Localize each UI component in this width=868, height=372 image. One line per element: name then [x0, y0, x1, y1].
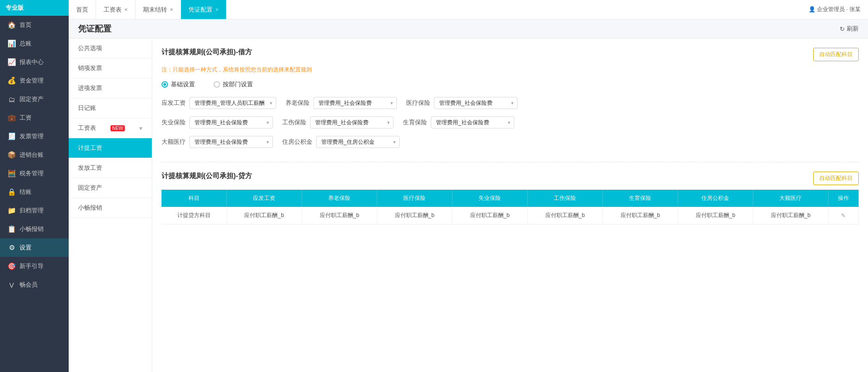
sidebar-item-settings[interactable]: ⚙ 设置: [0, 238, 69, 257]
user-info: 👤 企业管理员 · 张某: [809, 6, 861, 13]
select-yfgz-input[interactable]: 管理费用_管理人员职工薪酬: [189, 97, 276, 109]
topbar-right: 👤 企业管理员 · 张某: [809, 6, 868, 13]
left-nav-pay-salary[interactable]: 发放工资: [69, 158, 152, 178]
sidebar-item-archive[interactable]: 📁 归档管理: [0, 201, 69, 220]
credit-section: 计提核算规则(公司承担)-贷方 自动匹配科目 科目 应发工资 养老保险 医疗保险…: [162, 172, 859, 224]
select-ylbx2-input[interactable]: 管理费用_社会保险费: [434, 97, 518, 109]
sidebar-item-reports[interactable]: 📈 报表中心: [0, 53, 69, 71]
left-nav-calc-salary[interactable]: 计提工资: [69, 138, 152, 158]
select-sybx2[interactable]: 管理费用_社会保险费: [431, 116, 514, 128]
sidebar-item-ledger[interactable]: 📊 总账: [0, 34, 69, 53]
select-sybx[interactable]: 管理费用_社会保险费: [189, 116, 273, 128]
sidebar-item-guide[interactable]: 🎯 新手引导: [0, 257, 69, 276]
auto-match-borrow-button[interactable]: 自动匹配科目: [813, 48, 859, 61]
select-dayl-input[interactable]: 管理费用_社会保险费: [189, 136, 273, 148]
radio-dept[interactable]: 按部门设置: [214, 80, 253, 89]
select-gsbx-input[interactable]: 管理费用_社会保险费: [310, 116, 394, 128]
cell-zfgjj: 应付职工薪酬_b: [678, 207, 753, 224]
archive-icon: 📁: [7, 206, 16, 215]
col-ylbx: 养老保险: [302, 190, 377, 207]
select-ylbx-input[interactable]: 管理费用_社会保险费: [313, 97, 397, 109]
sidebar-item-salary[interactable]: 💼 工资: [0, 109, 69, 127]
left-nav-fixed-assets[interactable]: 固定资产: [69, 178, 152, 198]
app-title: 专业版: [0, 0, 69, 16]
left-nav-journal[interactable]: 日记账: [69, 98, 152, 118]
sidebar-item-close[interactable]: 🔒 结账: [0, 183, 69, 201]
select-ylbx[interactable]: 管理费用_社会保险费: [313, 97, 397, 109]
left-nav-purchase-invoice[interactable]: 进项发票: [69, 78, 152, 98]
field-ylbx: 养老保险 管理费用_社会保险费: [285, 97, 397, 109]
form-row-3: 大额医疗 管理费用_社会保险费 住房公积金 管理费用_住房公积金: [162, 136, 859, 148]
left-nav-public[interactable]: 公共选项: [69, 38, 152, 58]
borrow-title: 计提核算规则(公司承担)-借方: [162, 48, 252, 57]
edit-icon[interactable]: ✎: [841, 212, 846, 219]
select-yfgz[interactable]: 管理费用_管理人员职工薪酬: [189, 97, 276, 109]
label-yfgz: 应发工资: [162, 99, 186, 107]
sidebar-item-home[interactable]: 🏠 首页: [0, 16, 69, 34]
sidebar-item-stock[interactable]: 📦 进销台账: [0, 146, 69, 164]
select-gsbx[interactable]: 管理费用_社会保险费: [310, 116, 394, 128]
sidebar-item-member[interactable]: V 畅会员: [0, 276, 69, 294]
select-ylbx2[interactable]: 管理费用_社会保险费: [434, 97, 518, 109]
radio-basic-circle: [162, 81, 168, 88]
table-header-row: 科目 应发工资 养老保险 医疗保险 失业保险 工伤保险 生育保险 住房公积金 大…: [162, 190, 859, 207]
cell-ylbx: 应付职工薪酬_b: [302, 207, 377, 224]
sidebar-item-invoice[interactable]: 🧾 发票管理: [0, 127, 69, 146]
col-dayl: 大额医疗: [753, 190, 828, 207]
tab-period-close[interactable]: 期末结转 ×: [136, 0, 181, 19]
settings-icon: ⚙: [7, 244, 16, 252]
radio-basic[interactable]: 基础设置: [162, 80, 195, 89]
borrow-note: 注：只能选择一种方式，系统将按照您当前的选择来配置规则: [162, 66, 859, 74]
select-sybx2-input[interactable]: 管理费用_社会保险费: [431, 116, 514, 128]
tab-salary-table[interactable]: 工资表 ×: [96, 0, 136, 19]
select-zfgjj[interactable]: 管理费用_住房公积金: [316, 136, 400, 148]
col-sybx2: 生育保险: [602, 190, 678, 207]
cell-yfgz: 应付职工薪酬_b: [227, 207, 302, 224]
select-sybx-input[interactable]: 管理费用_社会保险费: [189, 116, 273, 128]
sidebar: 专业版 🏠 首页 📊 总账 📈 报表中心 💰 资金管理 🗂 固定资产 💼 工资 …: [0, 0, 69, 372]
left-nav-small-expense[interactable]: 小畅报销: [69, 198, 152, 218]
assets-icon: 🗂: [7, 96, 16, 103]
content-area: 公共选项 销项发票 进项发票 日记账 工资表 NEW ▾ 计提工资 发放工资: [69, 38, 868, 372]
borrow-header-row: 计提核算规则(公司承担)-借方 自动匹配科目: [162, 48, 859, 61]
sidebar-item-assets[interactable]: 🗂 固定资产: [0, 90, 69, 109]
table-row: 计提贷方科目 应付职工薪酬_b 应付职工薪酬_b 应付职工薪酬_b 应付职工薪酬…: [162, 207, 859, 224]
left-nav-salary-table[interactable]: 工资表 NEW ▾: [69, 118, 152, 138]
salary-icon: 💼: [7, 114, 16, 122]
tab-voucher-config[interactable]: 凭证配置 ×: [181, 0, 227, 19]
field-sybx2: 生育保险 管理费用_社会保险费: [403, 116, 514, 128]
form-row-1: 应发工资 管理费用_管理人员职工薪酬 养老保险 管理费用_社会保险费: [162, 97, 859, 109]
left-nav-sales-invoice[interactable]: 销项发票: [69, 58, 152, 78]
tab-close-salary[interactable]: ×: [124, 6, 128, 13]
tab-close-period[interactable]: ×: [170, 6, 173, 13]
auto-match-credit-button[interactable]: 自动匹配科目: [813, 172, 859, 185]
select-zfgjj-input[interactable]: 管理费用_住房公积金: [316, 136, 400, 148]
borrow-section: 计提核算规则(公司承担)-借方 自动匹配科目 注：只能选择一种方式，系统将按照您…: [162, 48, 859, 148]
sidebar-item-expense[interactable]: 📋 小畅报销: [0, 220, 69, 238]
stock-icon: 📦: [7, 151, 16, 159]
credit-title: 计提核算规则(公司承担)-贷方: [162, 172, 252, 180]
cell-edit[interactable]: ✎: [828, 207, 858, 224]
tab-home[interactable]: 首页: [69, 0, 96, 19]
member-icon: V: [7, 281, 16, 289]
field-gsbx: 工伤保险 管理费用_社会保险费: [282, 116, 394, 128]
cell-ylbx2: 应付职工薪酬_b: [377, 207, 452, 224]
refresh-icon: ↻: [840, 26, 845, 32]
radio-dept-circle: [214, 81, 220, 88]
col-action: 操作: [828, 190, 858, 207]
tab-close-voucher[interactable]: ×: [215, 6, 219, 13]
col-ylbx2: 医疗保险: [377, 190, 452, 207]
sidebar-item-tax[interactable]: 🧮 税务管理: [0, 164, 69, 183]
col-subject: 科目: [162, 190, 227, 207]
label-sybx: 失业保险: [162, 118, 186, 127]
topbar: 首页 工资表 × 期末结转 × 凭证配置 × 👤 企业管理员 · 张某: [69, 0, 868, 19]
select-dayl[interactable]: 管理费用_社会保险费: [189, 136, 273, 148]
label-dayl: 大额医疗: [162, 138, 186, 146]
col-gsbx: 工伤保险: [527, 190, 602, 207]
cell-dayl: 应付职工薪酬_b: [753, 207, 828, 224]
page-header: 凭证配置 ↻ 刷新: [69, 19, 868, 38]
refresh-button[interactable]: ↻ 刷新: [840, 25, 859, 33]
tax-icon: 🧮: [7, 169, 16, 178]
credit-header-row: 计提核算规则(公司承担)-贷方 自动匹配科目: [162, 172, 859, 185]
sidebar-item-funds[interactable]: 💰 资金管理: [0, 71, 69, 90]
